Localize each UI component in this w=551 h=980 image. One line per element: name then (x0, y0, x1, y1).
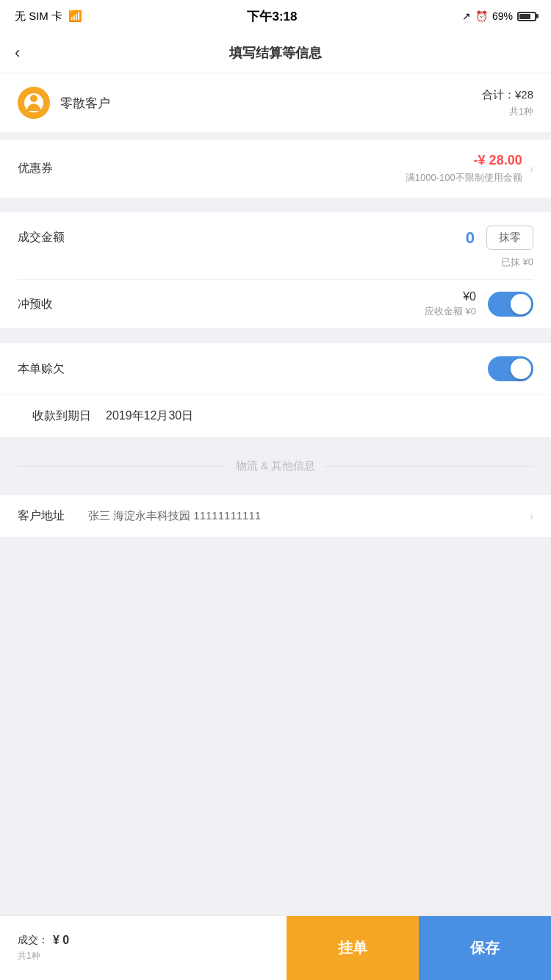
deal-label: 成交： (18, 934, 48, 947)
debt-section: 本单赊欠 (0, 343, 551, 394)
logistics-label: 物流 & 其他信息 (236, 459, 315, 473)
prepay-label: 冲预收 (18, 297, 53, 312)
status-time: 下午3:18 (247, 8, 297, 25)
wifi-icon: 📶 (68, 10, 82, 23)
transaction-value: 0 (466, 228, 475, 248)
customer-section: 零散客户 合计：¥28 共1种 (0, 73, 551, 132)
prepay-receivable: 应收金额 ¥0 (425, 305, 476, 318)
total-label: 合计：¥28 (482, 88, 533, 102)
address-label: 客户地址 (18, 508, 76, 524)
due-date-label: 收款到期日 (32, 409, 91, 422)
total-count: 共1种 (482, 105, 533, 118)
hang-button[interactable]: 挂单 (287, 916, 419, 980)
status-left: 无 SIM 卡 📶 (15, 10, 82, 24)
round-button[interactable]: 抹零 (486, 226, 533, 250)
bottom-count: 共1种 (18, 950, 269, 962)
save-button[interactable]: 保存 (419, 916, 551, 980)
address-row[interactable]: 客户地址 张三 海淀永丰科技园 11111111111 › (0, 495, 551, 537)
address-chevron-icon: › (530, 510, 533, 523)
location-icon: ↗ (462, 10, 471, 22)
coupon-label: 优惠券 (18, 161, 53, 176)
debt-toggle-knob (511, 359, 531, 379)
coupon-chevron-icon: › (530, 162, 533, 176)
gray-divider-4 (0, 485, 551, 495)
customer-left: 零散客户 (18, 87, 110, 119)
coupon-section[interactable]: 优惠券 -¥ 28.00 满1000-100不限制使用金额 › (0, 140, 551, 198)
avatar-icon (24, 93, 43, 112)
coupon-desc: 满1000-100不限制使用金额 (406, 171, 522, 184)
battery-percent: 69% (492, 10, 513, 22)
debt-label: 本单赊欠 (18, 361, 65, 377)
customer-total: 合计：¥28 共1种 (482, 88, 533, 118)
address-value: 张三 海淀永丰科技园 11111111111 (88, 509, 530, 523)
status-bar: 无 SIM 卡 📶 下午3:18 ↗ ⏰ 69% (0, 0, 551, 32)
carrier-label: 无 SIM 卡 (15, 10, 62, 24)
already-rounded: 已抹 ¥0 (0, 256, 551, 279)
debt-toggle[interactable] (488, 356, 533, 381)
gray-divider-1 (0, 205, 551, 212)
gray-divider-2 (0, 336, 551, 343)
avatar (18, 87, 50, 119)
transaction-row: 成交金额 0 抹零 (0, 212, 551, 256)
prepay-amounts: ¥0 应收金额 ¥0 (425, 290, 476, 318)
prepay-row: 冲预收 ¥0 应收金额 ¥0 (0, 280, 551, 328)
back-button[interactable]: ‹ (15, 43, 20, 62)
bottom-bar: 成交： ¥ 0 共1种 挂单 保存 (0, 915, 551, 980)
page-title: 填写结算等信息 (229, 44, 322, 62)
bottom-info: 成交： ¥ 0 共1种 (0, 934, 287, 962)
customer-row: 零散客户 合计：¥28 共1种 (0, 73, 551, 132)
coupon-amount: -¥ 28.00 (406, 153, 522, 168)
transaction-right: 0 抹零 (466, 226, 533, 250)
customer-name: 零散客户 (60, 95, 110, 112)
content: 零散客户 合计：¥28 共1种 优惠券 -¥ 28.00 满1000-100不限… (0, 73, 551, 618)
prepay-amount: ¥0 (425, 290, 476, 303)
transaction-label: 成交金额 (18, 230, 65, 245)
bottom-buttons: 挂单 保存 (287, 916, 551, 980)
battery-icon (517, 12, 536, 21)
logistics-divider: 物流 & 其他信息 (0, 447, 551, 485)
bottom-deal: 成交： ¥ 0 (18, 934, 269, 947)
coupon-right: -¥ 28.00 满1000-100不限制使用金额 › (406, 153, 533, 184)
toggle-knob (511, 294, 531, 314)
status-right: ↗ ⏰ 69% (462, 10, 536, 22)
coupon-row[interactable]: 优惠券 -¥ 28.00 满1000-100不限制使用金额 › (0, 140, 551, 198)
gray-divider-3 (0, 437, 551, 447)
deal-amount: ¥ 0 (53, 934, 69, 947)
alarm-icon: ⏰ (475, 10, 488, 22)
due-date-row: 收款到期日2019年12月30日 (0, 395, 551, 437)
transaction-section: 成交金额 0 抹零 已抹 ¥0 (0, 212, 551, 280)
nav-bar: ‹ 填写结算等信息 (0, 32, 551, 73)
prepay-right: ¥0 应收金额 ¥0 (425, 290, 533, 318)
due-date-value: 2019年12月30日 (106, 409, 193, 422)
prepay-toggle[interactable] (488, 292, 533, 317)
